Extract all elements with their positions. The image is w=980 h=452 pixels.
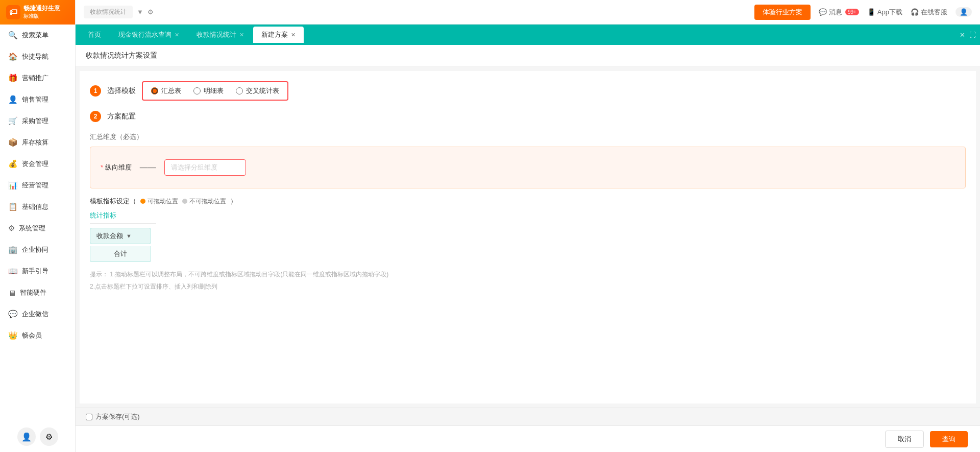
dimension-area: * 纵向维度 —— 请选择分组维度 [90, 147, 966, 188]
sidebar-item-label: 智能硬件 [20, 288, 46, 297]
save-plan-checkbox[interactable] [86, 414, 92, 420]
sidebar-item-label: 采购管理 [22, 116, 48, 126]
sidebar-item-operations[interactable]: 📊 经营管理 [0, 175, 75, 196]
step2-row: 2 方案配置 [90, 111, 966, 122]
sidebar-item-newbie[interactable]: 📖 新手引导 [0, 260, 75, 282]
sidebar-item-quick-nav[interactable]: 🏠 快捷导航 [0, 46, 75, 67]
marketing-icon: 🎁 [8, 74, 18, 83]
notification-badge: 99+ [845, 9, 859, 15]
collection-stats-tab-close-icon[interactable]: ✕ [239, 32, 244, 38]
tab-bar-right: ✕ ⛶ [960, 31, 976, 39]
sidebar-item-funds[interactable]: 💰 资金管理 [0, 153, 75, 175]
sidebar-item-label: 营销推广 [22, 74, 48, 83]
tab-collection-stats[interactable]: 收款情况统计 ✕ [188, 27, 252, 43]
new-plan-tab-label: 新建方案 [261, 30, 288, 39]
support-icon: 🎧 [911, 8, 919, 16]
sidebar-item-wechat[interactable]: 💬 企业微信 [0, 303, 75, 325]
step1-label: 选择模板 [107, 86, 136, 96]
message-icon: 💬 [819, 8, 827, 16]
page-title: 收款情况统计方案设置 [76, 45, 980, 67]
step2-section: 2 方案配置 汇总维度（必选） * 纵向维度 —— 请选择分组维度 [90, 111, 966, 299]
industry-solution-button[interactable]: 体验行业方案 [754, 5, 811, 20]
sales-icon: 👤 [8, 95, 18, 104]
radio-summary-input[interactable] [151, 87, 158, 94]
tab-home[interactable]: 首页 [80, 27, 109, 43]
sidebar-item-smart-hardware[interactable]: 🖥 智能硬件 [0, 282, 75, 303]
message-label: 消息 [829, 8, 842, 17]
tip2-text: 2.点击标题栏下拉可设置排序、插入列和删除列 [90, 280, 217, 293]
sidebar-item-system[interactable]: ⚙ 系统管理 [0, 218, 75, 239]
collection-stats-tab-label: 收款情况统计 [197, 30, 236, 39]
tips-area: 提示： 1.拖动标题栏可以调整布局，不可跨维度或指标区域拖动目字段(只能在同一维… [90, 262, 966, 299]
tab-fullscreen-icon[interactable]: ⛶ [969, 31, 976, 39]
tip1: 提示： 1.拖动标题栏可以调整布局，不可跨维度或指标区域拖动目字段(只能在同一维… [90, 268, 966, 280]
radio-detail-label: 明细表 [204, 86, 224, 96]
sidebar-settings-btn[interactable]: ⚙ [40, 427, 58, 446]
radio-summary-label: 汇总表 [161, 86, 181, 96]
metrics-table: 统计指标 收款金额 ▼ 合计 [90, 211, 966, 262]
operations-icon: 📊 [8, 181, 18, 190]
cancel-button[interactable]: 取消 [885, 431, 924, 448]
metric-card-collection[interactable]: 收款金额 ▼ [90, 228, 151, 244]
user-icon: 👤 [960, 8, 968, 16]
sidebar-item-label: 快捷导航 [22, 52, 48, 61]
radio-summary[interactable]: 汇总表 [151, 86, 181, 96]
inventory-icon: 📦 [8, 138, 18, 147]
message-button[interactable]: 💬 消息 99+ [819, 8, 859, 17]
sidebar-item-inventory[interactable]: 📦 库存核算 [0, 132, 75, 153]
gear-icon[interactable]: ⚙ [148, 8, 154, 16]
tab-bar: 首页 现金银行流水查询 ✕ 收款情况统计 ✕ 新建方案 ✕ ✕ ⛶ [76, 25, 980, 45]
sidebar-item-base-info[interactable]: 📋 基础信息 [0, 196, 75, 218]
bottom-bar: 取消 查询 [76, 425, 980, 452]
step2-badge: 2 [90, 111, 101, 122]
newbie-icon: 📖 [8, 267, 18, 276]
member-icon: 👑 [8, 331, 18, 340]
radio-detail[interactable]: 明细表 [193, 86, 224, 96]
tab-close-all-icon[interactable]: ✕ [960, 31, 965, 39]
sidebar-item-label: 企业协同 [22, 245, 48, 254]
sidebar-item-member[interactable]: 👑 畅会员 [0, 325, 75, 346]
step1-row: 1 选择模板 汇总表 明细表 交叉统计表 [90, 81, 966, 101]
dimension-placeholder: 请选择分组维度 [171, 163, 217, 171]
draggable-badge: 可拖动位置 [140, 197, 178, 206]
user-button[interactable]: 👤 [955, 7, 972, 17]
sidebar-item-label: 畅会员 [22, 331, 42, 340]
sidebar-item-purchase[interactable]: 🛒 采购管理 [0, 110, 75, 132]
draggable-label: 可拖动位置 [148, 197, 178, 206]
tab-cash-flow[interactable]: 现金银行流水查询 ✕ [110, 27, 187, 43]
form-section: 1 选择模板 汇总表 明细表 交叉统计表 [80, 71, 976, 403]
new-plan-tab-close-icon[interactable]: ✕ [291, 32, 296, 38]
query-button[interactable]: 查询 [930, 431, 968, 447]
sidebar-item-search-menu[interactable]: 🔍 搜索菜单 [0, 25, 75, 46]
dimension-select[interactable]: 请选择分组维度 [164, 159, 246, 176]
sidebar-logo: 🏷 畅捷通好生意 标准版 [0, 0, 75, 25]
radio-cross-input[interactable] [236, 87, 243, 94]
radio-detail-input[interactable] [193, 87, 201, 94]
logo-sub: 标准版 [23, 13, 60, 20]
home-tab-label: 首页 [88, 30, 101, 39]
dimension-row: * 纵向维度 —— 请选择分组维度 [101, 159, 955, 176]
content: 收款情况统计方案设置 1 选择模板 汇总表 明细表 [76, 45, 980, 425]
header-actions: 体验行业方案 💬 消息 99+ 📱 App下载 🎧 在线客服 👤 [754, 5, 972, 20]
sidebar-item-sales[interactable]: 👤 销售管理 [0, 89, 75, 110]
sidebar-item-enterprise[interactable]: 🏢 企业协同 [0, 239, 75, 260]
download-button[interactable]: 📱 App下载 [867, 8, 902, 17]
save-plan-checkbox-label[interactable]: 方案保存(可选) [86, 412, 140, 421]
tab-new-plan[interactable]: 新建方案 ✕ [253, 27, 304, 43]
sidebar-user-btn[interactable]: 👤 [17, 427, 36, 446]
content-footer: 方案保存(可选) [76, 408, 980, 425]
support-button[interactable]: 🎧 在线客服 [911, 8, 947, 17]
cash-flow-tab-close-icon[interactable]: ✕ [175, 32, 179, 38]
support-label: 在线客服 [921, 8, 947, 17]
sidebar-bottom: 👤 ⚙ [0, 421, 75, 452]
breadcrumb: 收款情况统计 [84, 6, 133, 18]
radio-cross[interactable]: 交叉统计表 [236, 86, 279, 96]
metrics-title-close: ） [230, 197, 237, 206]
sidebar-item-marketing[interactable]: 🎁 营销推广 [0, 67, 75, 89]
sidebar-item-label: 搜索菜单 [22, 31, 48, 40]
funds-icon: 💰 [8, 159, 18, 169]
purchase-icon: 🛒 [8, 116, 18, 126]
metrics-title-text: 模板指标设定（ [90, 197, 136, 206]
system-icon: ⚙ [8, 224, 15, 233]
dimension-title: 汇总维度（必选） [90, 132, 966, 141]
